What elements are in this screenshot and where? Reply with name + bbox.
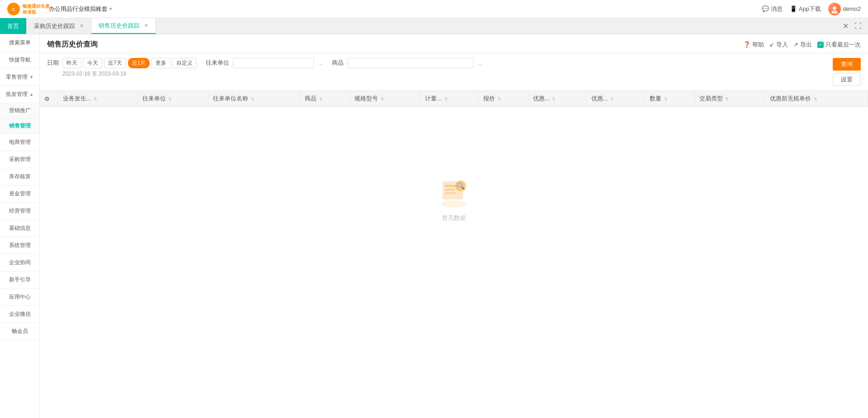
svg-text:🔍: 🔍: [457, 182, 465, 190]
maximize-button[interactable]: ⛶: [854, 22, 863, 31]
sort-icon-partner-code: ⇅: [168, 97, 172, 101]
sort-icon-no-tax-price: ⇅: [814, 97, 817, 101]
th-product[interactable]: 商品 ⇅: [300, 91, 349, 107]
help-label: 帮助: [752, 41, 764, 49]
svg-rect-8: [445, 189, 455, 190]
th-trade-type[interactable]: 交易类型 ⇅: [694, 91, 765, 107]
th-quoted-price[interactable]: 报价 ⇅: [479, 91, 528, 107]
th-partner-name[interactable]: 往来单位名称 ⇅: [208, 91, 300, 107]
sort-icon-quantity: ⇅: [664, 97, 668, 101]
query-actions: 查询 设置: [833, 58, 861, 86]
last7-btn[interactable]: 近7天: [104, 58, 126, 68]
only-last-label: 只看最后一次: [826, 41, 861, 49]
only-last-checkbox: ✓: [817, 42, 824, 48]
sidebar: 搜索菜单 快捷导航 零售管理 ▼ 批发管理 ▲ 营销推广 销售管理 电商管理 采…: [0, 34, 40, 418]
purchase-history-tab-close[interactable]: ✕: [80, 23, 84, 29]
th-quantity[interactable]: 数量 ⇅: [645, 91, 694, 107]
product-input-group: ...: [347, 58, 482, 68]
th-settings[interactable]: ⚙: [40, 91, 58, 107]
close-tab-button[interactable]: ✕: [841, 22, 850, 31]
sidebar-item-inventory[interactable]: 库存核算: [0, 168, 39, 185]
sidebar-item-app-center[interactable]: 应用中心: [0, 289, 39, 306]
th-discount1[interactable]: 优惠... ⇅: [528, 91, 586, 107]
help-button[interactable]: ❓ 帮助: [743, 41, 764, 49]
th-discount2-label: 优惠...: [591, 95, 608, 102]
page-header: 销售历史价查询 ❓ 帮助 ↙ 导入 ↗ 导出 ✓ 只看最后一次: [40, 34, 868, 53]
download-button[interactable]: 📱 App下载: [790, 5, 821, 13]
avatar: [828, 3, 841, 15]
username: demo2: [843, 5, 861, 12]
sidebar-item-ecommerce[interactable]: 电商管理: [0, 134, 39, 151]
sort-icon-quoted-price: ⇅: [498, 97, 501, 101]
th-spec[interactable]: 规格型号 ⇅: [349, 91, 420, 107]
sidebar-item-wholesale[interactable]: 批发管理 ▲: [0, 86, 39, 103]
sidebar-item-member[interactable]: 畅会员: [0, 323, 39, 340]
sort-icon-trade-type: ⇅: [725, 97, 729, 101]
tab-sales-history[interactable]: 销售历史价跟踪 ✕: [91, 18, 156, 34]
query-button[interactable]: 查询: [833, 58, 861, 71]
marketing-label: 营销推广: [9, 107, 31, 114]
th-biz-date[interactable]: 业务发生... ⇅: [58, 91, 137, 107]
sidebar-item-quick-nav[interactable]: 快捷导航: [0, 52, 39, 69]
sidebar-item-retail[interactable]: 零售管理 ▼: [0, 69, 39, 86]
more-btn[interactable]: 更多: [151, 58, 170, 68]
system-label: 系统管理: [9, 242, 31, 249]
sidebar-item-purchase[interactable]: 采购管理: [0, 151, 39, 168]
product-input[interactable]: [347, 58, 474, 68]
operations-label: 经营管理: [9, 207, 31, 215]
download-label: App下载: [799, 5, 821, 13]
tab-home[interactable]: 首页: [0, 18, 27, 34]
th-discount2[interactable]: 优惠... ⇅: [586, 91, 645, 107]
sidebar-item-sales-mgmt[interactable]: 销售管理: [0, 119, 39, 134]
logo-text: 畅捷通好生意 标准版: [23, 3, 50, 15]
partner-dots[interactable]: ...: [318, 60, 323, 66]
settings-button[interactable]: 设置: [833, 73, 861, 86]
date-buttons: 昨天 今天 近7天 近1月 更多 自定义: [62, 58, 197, 68]
export-icon: ↗: [793, 41, 798, 48]
table-header-row: ⚙ 业务发生... ⇅ 往来单位 ⇅ 往来单位名称 ⇅: [40, 91, 868, 107]
only-last-toggle[interactable]: ✓ 只看最后一次: [817, 41, 861, 49]
user-menu[interactable]: demo2: [828, 3, 861, 15]
custom-btn[interactable]: 自定义: [172, 58, 197, 68]
purchase-label: 采购管理: [9, 156, 31, 163]
sidebar-item-basic-info[interactable]: 基础信息: [0, 220, 39, 237]
quick-nav-label: 快捷导航: [9, 56, 31, 64]
new-guide-label: 新手引导: [9, 276, 31, 284]
th-biz-date-label: 业务发生...: [63, 95, 91, 102]
tabs-right: ✕ ⛶: [835, 18, 868, 34]
partner-filter-group: 往来单位 ...: [206, 58, 323, 68]
table-container[interactable]: ⚙ 业务发生... ⇅ 往来单位 ⇅ 往来单位名称 ⇅: [40, 91, 868, 418]
topbar: C 畅捷通好生意 标准版 办公用品行业模拟账套 ▾ 💬 消息 📱 App下载 d…: [0, 0, 868, 18]
th-no-tax-price[interactable]: 优惠前无税单价 ⇅: [765, 91, 868, 107]
import-button[interactable]: ↙ 导入: [769, 41, 788, 49]
help-icon: ❓: [743, 41, 750, 48]
yesterday-btn[interactable]: 昨天: [62, 58, 81, 68]
member-label: 畅会员: [12, 328, 28, 335]
sidebar-item-marketing[interactable]: 营销推广: [0, 103, 39, 119]
last1m-btn[interactable]: 近1月: [128, 58, 150, 68]
app-selector[interactable]: 办公用品行业模拟账套 ▾: [49, 5, 756, 13]
sidebar-item-operations[interactable]: 经营管理: [0, 203, 39, 220]
th-spec-label: 规格型号: [354, 95, 378, 102]
sidebar-item-enterprise-wechat[interactable]: 企业微信: [0, 306, 39, 323]
date-filter-options: 昨天 今天 近7天 近1月 更多 自定义 2023-02-18 至 2023-0…: [62, 58, 197, 78]
sidebar-item-search[interactable]: 搜索菜单: [0, 34, 39, 52]
message-button[interactable]: 💬 消息: [762, 5, 783, 13]
th-unit[interactable]: 计量... ⇅: [420, 91, 479, 107]
tab-purchase-history[interactable]: 采购历史价跟踪 ✕: [27, 18, 91, 34]
sidebar-item-enterprise-coop[interactable]: 企业协同: [0, 254, 39, 271]
sort-icon-biz-date: ⇅: [94, 97, 97, 101]
today-btn[interactable]: 今天: [83, 58, 102, 68]
sidebar-item-new-guide[interactable]: 新手引导: [0, 271, 39, 289]
product-dots[interactable]: ...: [477, 60, 482, 66]
sales-history-tab-close[interactable]: ✕: [144, 23, 148, 28]
partner-input[interactable]: [233, 58, 314, 68]
th-partner-code[interactable]: 往来单位 ⇅: [137, 91, 208, 107]
settings-icon: ⚙: [44, 95, 50, 102]
export-button[interactable]: ↗ 导出: [793, 41, 812, 49]
enterprise-coop-label: 企业协同: [9, 259, 31, 266]
sidebar-item-system[interactable]: 系统管理: [0, 237, 39, 254]
date-filter-label: 日期: [47, 58, 59, 67]
topbar-right: 💬 消息 📱 App下载 demo2: [762, 3, 861, 15]
sidebar-item-finance[interactable]: 资金管理: [0, 185, 39, 203]
